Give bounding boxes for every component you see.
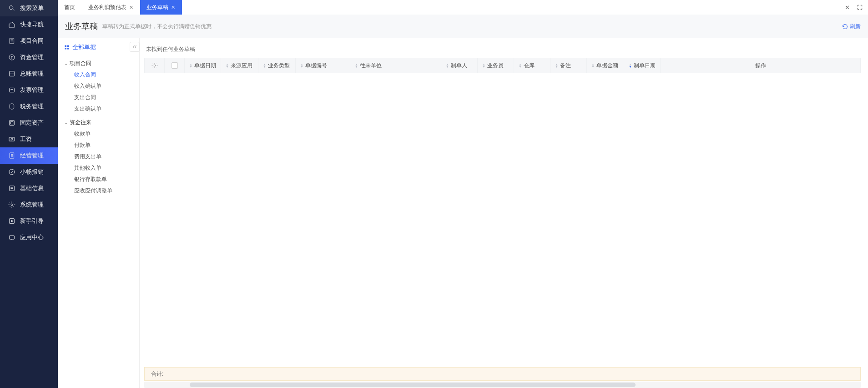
column-header-remark[interactable]: ▲▼ 备注 bbox=[550, 58, 587, 73]
tab-home[interactable]: 首页 bbox=[58, 0, 82, 15]
svg-line-1 bbox=[13, 9, 14, 10]
sort-icon: ▲▼ bbox=[591, 63, 595, 68]
tree-item-income-confirm[interactable]: 收入确认单 bbox=[58, 81, 139, 92]
sidebar-item-label: 税务管理 bbox=[20, 102, 44, 111]
reimburse-icon bbox=[8, 168, 15, 176]
tree-item-expense-confirm[interactable]: 支出确认单 bbox=[58, 103, 139, 115]
sidebar-item-funds[interactable]: 资金管理 bbox=[0, 49, 58, 66]
column-header-docdate[interactable]: ▲▼ 制单日期 bbox=[624, 58, 661, 73]
svg-rect-19 bbox=[10, 186, 15, 191]
svg-point-18 bbox=[9, 169, 15, 175]
column-header-date[interactable]: ▲▼ 单据日期 bbox=[185, 58, 221, 73]
all-documents-link[interactable]: 全部单据 bbox=[64, 43, 96, 51]
column-header-biztype[interactable]: ▲▼ 业务类型 bbox=[258, 58, 296, 73]
column-label: 制单日期 bbox=[634, 62, 656, 70]
sidebar-item-contract[interactable]: 项目合同 bbox=[0, 33, 58, 49]
sidebar-item-label: 固定资产 bbox=[20, 119, 44, 127]
svg-point-0 bbox=[10, 6, 13, 10]
svg-rect-29 bbox=[65, 48, 67, 50]
sort-icon: ▲▼ bbox=[555, 63, 558, 68]
tree-group-label: 资金往来 bbox=[70, 119, 91, 126]
sidebar-item-label: 工资 bbox=[20, 135, 32, 143]
business-icon bbox=[8, 152, 15, 159]
scrollbar-thumb[interactable] bbox=[190, 383, 636, 387]
sort-icon: ▲▼ bbox=[226, 63, 229, 68]
refresh-icon bbox=[842, 24, 848, 30]
empty-message: 未找到任何业务草稿 bbox=[144, 43, 861, 58]
svg-point-22 bbox=[11, 204, 13, 206]
sidebar-item-ledger[interactable]: 总账管理 bbox=[0, 66, 58, 82]
column-header-partner[interactable]: ▲▼ 往来单位 bbox=[350, 58, 441, 73]
svg-rect-27 bbox=[65, 45, 67, 47]
sidebar-item-apps[interactable]: 应用中心 bbox=[0, 229, 58, 246]
tree-item-expense-contract[interactable]: 支出合同 bbox=[58, 92, 139, 103]
sidebar-item-system[interactable]: 系统管理 bbox=[0, 197, 58, 213]
sidebar-item-reimburse[interactable]: 小畅报销 bbox=[0, 164, 58, 180]
all-documents-label: 全部单据 bbox=[72, 43, 96, 51]
chevron-down-icon: ⌄ bbox=[64, 61, 68, 66]
svg-rect-8 bbox=[10, 88, 15, 92]
money-icon bbox=[8, 54, 15, 61]
tree-item-bank-transfer[interactable]: 银行存取款单 bbox=[58, 174, 139, 185]
chevron-down-icon: ⌄ bbox=[64, 120, 68, 125]
tree-group-header-funds[interactable]: ⌄ 资金往来 bbox=[58, 116, 139, 128]
close-icon[interactable]: ✕ bbox=[171, 5, 175, 10]
sidebar-item-business[interactable]: 经营管理 bbox=[0, 147, 58, 164]
tax-icon bbox=[8, 103, 15, 110]
tabs-actions: ✕ bbox=[843, 0, 868, 15]
column-header-docno[interactable]: ▲▼ 单据编号 bbox=[296, 58, 350, 73]
svg-rect-25 bbox=[10, 236, 15, 239]
sort-icon: ▲▼ bbox=[189, 63, 192, 68]
sidebar-item-guide[interactable]: 新手引导 bbox=[0, 213, 58, 229]
column-label: 单据编号 bbox=[305, 62, 327, 70]
column-header-warehouse[interactable]: ▲▼ 仓库 bbox=[514, 58, 550, 73]
fullscreen-icon[interactable] bbox=[855, 3, 864, 12]
sidebar-item-label: 经营管理 bbox=[20, 151, 44, 160]
column-header-amount[interactable]: ▲▼ 单据金额 bbox=[587, 58, 624, 73]
horizontal-scrollbar[interactable] bbox=[144, 382, 861, 388]
sidebar-item-label: 搜索菜单 bbox=[20, 4, 44, 12]
tree-group-label: 项目合同 bbox=[70, 60, 91, 67]
tree-item-payment[interactable]: 付款单 bbox=[58, 140, 139, 151]
sidebar-item-asset[interactable]: 固定资产 bbox=[0, 115, 58, 131]
table-body bbox=[144, 73, 861, 367]
sidebar-item-search[interactable]: 搜索菜单 bbox=[0, 0, 58, 16]
column-header-source[interactable]: ▲▼ 来源应用 bbox=[221, 58, 258, 73]
tree-item-ar-ap-adjust[interactable]: 应收应付调整单 bbox=[58, 185, 139, 197]
tree-item-expense[interactable]: 费用支出单 bbox=[58, 151, 139, 162]
sidebar-item-label: 快捷导航 bbox=[20, 20, 44, 29]
sidebar-item-salary[interactable]: 工资 bbox=[0, 131, 58, 147]
column-settings-button[interactable] bbox=[145, 58, 165, 73]
document-icon bbox=[8, 37, 15, 45]
tree-item-other-income[interactable]: 其他收入单 bbox=[58, 162, 139, 174]
ledger-icon bbox=[8, 70, 15, 77]
select-all-cell bbox=[165, 58, 185, 73]
refresh-button[interactable]: 刷新 bbox=[842, 23, 861, 30]
tab-business-draft[interactable]: 业务草稿 ✕ bbox=[140, 0, 182, 15]
sidebar-item-quicknav[interactable]: 快捷导航 bbox=[0, 16, 58, 33]
sidebar-item-label: 发票管理 bbox=[20, 86, 44, 94]
sidebar-item-tax[interactable]: 税务管理 bbox=[0, 98, 58, 115]
sidebar-item-label: 基础信息 bbox=[20, 184, 44, 192]
apps-icon bbox=[8, 234, 15, 241]
close-icon[interactable]: ✕ bbox=[129, 5, 133, 10]
close-all-icon[interactable]: ✕ bbox=[843, 3, 852, 12]
page-title: 业务草稿 bbox=[65, 21, 98, 32]
page-subtitle: 草稿转为正式单据时，不会执行满赠促销优惠 bbox=[102, 23, 212, 30]
column-header-salesman[interactable]: ▲▼ 业务员 bbox=[478, 58, 514, 73]
column-label: 往来单位 bbox=[360, 62, 382, 70]
tree-item-income-contract[interactable]: 收入合同 bbox=[58, 69, 139, 81]
column-label: 制单人 bbox=[451, 62, 467, 70]
tree-item-receipt[interactable]: 收款单 bbox=[58, 128, 139, 140]
collapse-panel-button[interactable] bbox=[130, 42, 140, 52]
sidebar-item-invoice[interactable]: 发票管理 bbox=[0, 82, 58, 98]
category-panel: 全部单据 ⌄ 项目合同 收入合同 收入确认单 支出合同 支出确认单 ⌄ 资金往来… bbox=[58, 38, 140, 388]
column-header-creator[interactable]: ▲▼ 制单人 bbox=[441, 58, 478, 73]
tab-profit-estimate[interactable]: 业务利润预估表 ✕ bbox=[82, 0, 140, 15]
sort-icon: ▲▼ bbox=[629, 63, 632, 68]
select-all-checkbox[interactable] bbox=[172, 62, 178, 69]
tree-group-header-contract[interactable]: ⌄ 项目合同 bbox=[58, 57, 139, 69]
column-label: 业务类型 bbox=[268, 62, 290, 70]
asset-icon bbox=[8, 119, 15, 126]
sidebar-item-baseinfo[interactable]: 基础信息 bbox=[0, 180, 58, 197]
